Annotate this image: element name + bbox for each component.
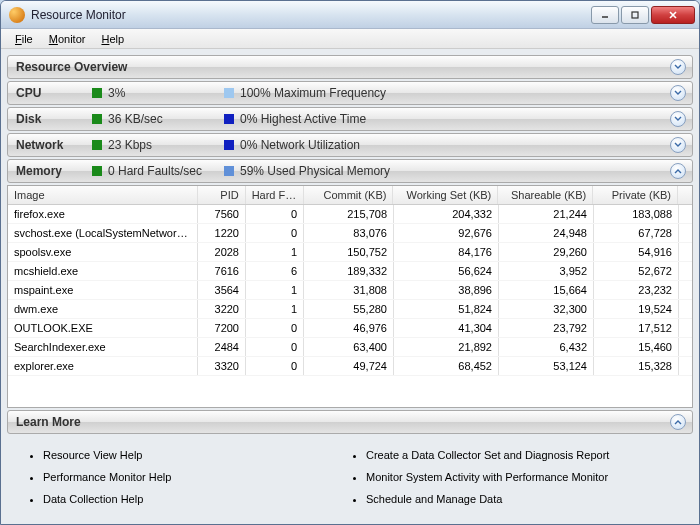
- disk-io-indicator: [92, 114, 102, 124]
- section-title: Resource Overview: [16, 60, 127, 74]
- help-link[interactable]: Performance Monitor Help: [43, 466, 350, 488]
- disk-active-value: 0% Highest Active Time: [240, 112, 366, 126]
- content-area: Resource Overview CPU 3% 100% Maximum Fr…: [1, 49, 699, 524]
- cell: 3564: [198, 281, 246, 299]
- table-row[interactable]: SearchIndexer.exe2484063,40021,8926,4321…: [8, 338, 692, 357]
- cell: 6,432: [499, 338, 594, 356]
- cell: 23,792: [499, 319, 594, 337]
- cell: 0: [246, 338, 304, 356]
- collapse-memory-icon[interactable]: [670, 163, 686, 179]
- maximize-button[interactable]: [621, 6, 649, 24]
- cell: svchost.exe (LocalSystemNetworkRest...: [8, 224, 198, 242]
- table-row[interactable]: mspaint.exe3564131,80838,89615,66423,232: [8, 281, 692, 300]
- cell: 3,952: [499, 262, 594, 280]
- collapse-icon[interactable]: [670, 59, 686, 75]
- section-resource-overview[interactable]: Resource Overview: [7, 55, 693, 79]
- cell: 31,808: [304, 281, 394, 299]
- section-disk[interactable]: Disk 36 KB/sec 0% Highest Active Time: [7, 107, 693, 131]
- help-link[interactable]: Create a Data Collector Set and Diagnosi…: [366, 444, 673, 466]
- cpu-usage-indicator: [92, 88, 102, 98]
- cell: 0: [246, 319, 304, 337]
- window-title: Resource Monitor: [31, 8, 591, 22]
- table-row[interactable]: spoolsv.exe20281150,75284,17629,26054,91…: [8, 243, 692, 262]
- col-shareable[interactable]: Shareable (KB): [498, 186, 593, 204]
- disk-active-indicator: [224, 114, 234, 124]
- help-link[interactable]: Data Collection Help: [43, 488, 350, 510]
- cell: 23,232: [594, 281, 679, 299]
- learn-more-title: Learn More: [16, 415, 81, 429]
- cell: 204,332: [394, 205, 499, 223]
- table-row[interactable]: dwm.exe3220155,28051,82432,30019,524: [8, 300, 692, 319]
- svg-rect-1: [632, 12, 638, 18]
- cpu-label: CPU: [16, 86, 86, 100]
- cell: SearchIndexer.exe: [8, 338, 198, 356]
- cell: 92,676: [394, 224, 499, 242]
- section-learn-more[interactable]: Learn More: [7, 410, 693, 434]
- app-icon: [9, 7, 25, 23]
- col-commit[interactable]: Commit (KB): [304, 186, 394, 204]
- cell: 3220: [198, 300, 246, 318]
- close-button[interactable]: [651, 6, 695, 24]
- cell: 15,328: [594, 357, 679, 375]
- cell: dwm.exe: [8, 300, 198, 318]
- cell: 19,524: [594, 300, 679, 318]
- col-workingset[interactable]: Working Set (KB): [393, 186, 498, 204]
- cell: 1: [246, 281, 304, 299]
- cell: 63,400: [304, 338, 394, 356]
- cell: 0: [246, 357, 304, 375]
- cell: 21,244: [499, 205, 594, 223]
- cell: 24,948: [499, 224, 594, 242]
- table-row[interactable]: svchost.exe (LocalSystemNetworkRest...12…: [8, 224, 692, 243]
- table-row[interactable]: OUTLOOK.EXE7200046,97641,30423,79217,512: [8, 319, 692, 338]
- table-row[interactable]: firefox.exe75600215,708204,33221,244183,…: [8, 205, 692, 224]
- col-image[interactable]: Image: [8, 186, 198, 204]
- cell: 150,752: [304, 243, 394, 261]
- col-pid[interactable]: PID: [198, 186, 246, 204]
- cell: 0: [246, 205, 304, 223]
- help-link[interactable]: Monitor System Activity with Performance…: [366, 466, 673, 488]
- memory-faults-indicator: [92, 166, 102, 176]
- cell: 38,896: [394, 281, 499, 299]
- cell: 51,824: [394, 300, 499, 318]
- cpu-frequency-value: 100% Maximum Frequency: [240, 86, 386, 100]
- expand-disk-icon[interactable]: [670, 111, 686, 127]
- section-cpu[interactable]: CPU 3% 100% Maximum Frequency: [7, 81, 693, 105]
- help-link[interactable]: Schedule and Manage Data: [366, 488, 673, 510]
- table-header: Image PID Hard Fa... Commit (KB) Working…: [8, 186, 692, 205]
- table-body[interactable]: firefox.exe75600215,708204,33221,244183,…: [8, 205, 692, 407]
- cell: 1: [246, 300, 304, 318]
- table-row[interactable]: mcshield.exe76166189,33256,6243,95252,67…: [8, 262, 692, 281]
- minimize-button[interactable]: [591, 6, 619, 24]
- cell: 17,512: [594, 319, 679, 337]
- disk-io-value: 36 KB/sec: [108, 112, 218, 126]
- cell: 49,724: [304, 357, 394, 375]
- menu-monitor[interactable]: Monitor: [41, 31, 94, 47]
- cell: 0: [246, 224, 304, 242]
- cpu-usage-value: 3%: [108, 86, 218, 100]
- cell: 15,664: [499, 281, 594, 299]
- cell: 68,452: [394, 357, 499, 375]
- menu-file[interactable]: File: [7, 31, 41, 47]
- menu-help[interactable]: Help: [93, 31, 132, 47]
- expand-network-icon[interactable]: [670, 137, 686, 153]
- col-private[interactable]: Private (KB): [593, 186, 678, 204]
- section-memory[interactable]: Memory 0 Hard Faults/sec 59% Used Physic…: [7, 159, 693, 183]
- cell: 2484: [198, 338, 246, 356]
- col-hardfaults[interactable]: Hard Fa...: [246, 186, 304, 204]
- cell: 6: [246, 262, 304, 280]
- section-network[interactable]: Network 23 Kbps 0% Network Utilization: [7, 133, 693, 157]
- cell: 21,892: [394, 338, 499, 356]
- memory-table: Image PID Hard Fa... Commit (KB) Working…: [7, 185, 693, 408]
- titlebar[interactable]: Resource Monitor: [1, 1, 699, 29]
- cell: 84,176: [394, 243, 499, 261]
- help-link[interactable]: Resource View Help: [43, 444, 350, 466]
- collapse-learn-icon[interactable]: [670, 414, 686, 430]
- cell: OUTLOOK.EXE: [8, 319, 198, 337]
- cell: 1220: [198, 224, 246, 242]
- expand-cpu-icon[interactable]: [670, 85, 686, 101]
- memory-used-value: 59% Used Physical Memory: [240, 164, 390, 178]
- cell: mcshield.exe: [8, 262, 198, 280]
- table-row[interactable]: explorer.exe3320049,72468,45253,12415,32…: [8, 357, 692, 376]
- cell: 15,460: [594, 338, 679, 356]
- cell: 53,124: [499, 357, 594, 375]
